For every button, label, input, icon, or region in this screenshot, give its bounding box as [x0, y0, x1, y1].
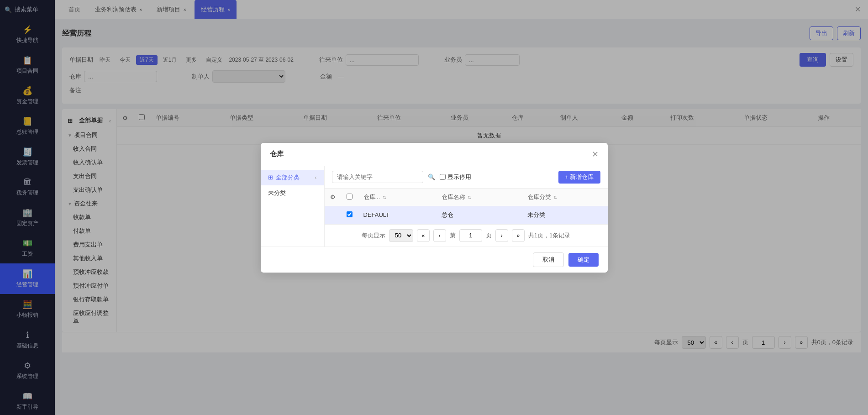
row-code: DEFAULT — [358, 206, 436, 224]
sort-code-icon[interactable]: ⇅ — [383, 195, 386, 200]
modal-header: 仓库 ✕ — [261, 143, 608, 166]
modal-per-page-label: 每页显示 — [362, 231, 385, 240]
modal-table-area: ⚙ 仓库... ⇅ 仓库名称 ⇅ 仓库分类 ⇅ — [325, 189, 608, 224]
sort-name-icon[interactable]: ⇅ — [468, 195, 471, 200]
modal-nav-uncategorized[interactable]: 未分类 — [261, 185, 324, 201]
modal-cancel-button[interactable]: 取消 — [533, 252, 564, 267]
show-disabled-label[interactable]: 显示停用 — [440, 173, 471, 181]
modal-next-page[interactable]: › — [495, 229, 508, 242]
modal-col-category: 仓库分类 ⇅ — [522, 189, 608, 206]
modal-last-page[interactable]: » — [512, 229, 525, 242]
modal-total-info: 共1页，1条记录 — [528, 231, 570, 240]
modal-confirm-button[interactable]: 确定 — [568, 253, 599, 267]
sort-category-icon[interactable]: ⇅ — [553, 195, 557, 200]
modal-left-nav: ⊞ 全部分类 ‹ 未分类 — [261, 166, 325, 247]
modal-prev-page[interactable]: ‹ — [433, 229, 446, 242]
modal-pagination: 每页显示 50 « ‹ 第 页 › » 共1页，1条记录 — [325, 224, 608, 247]
row-gear — [325, 206, 341, 224]
row-name: 总仓 — [436, 206, 522, 224]
modal-page-unit: 页 — [486, 231, 492, 240]
modal-footer: 取消 确定 — [261, 247, 608, 273]
modal-overlay: 仓库 ✕ ⊞ 全部分类 ‹ 未分类 🔍 — [0, 0, 868, 415]
add-warehouse-button[interactable]: + 新增仓库 — [558, 171, 600, 184]
modal-table-row[interactable]: DEFAULT 总仓 未分类 — [325, 206, 608, 224]
show-disabled-text: 显示停用 — [447, 173, 471, 181]
modal-checkbox-col[interactable] — [341, 189, 358, 206]
search-icon-modal[interactable]: 🔍 — [428, 173, 435, 180]
modal-nav-all[interactable]: ⊞ 全部分类 ‹ — [261, 170, 324, 185]
show-disabled-checkbox[interactable] — [440, 174, 446, 180]
modal-title: 仓库 — [270, 150, 284, 158]
row-checkbox-cell[interactable] — [341, 206, 358, 224]
modal-first-page[interactable]: « — [417, 229, 430, 242]
modal-warehouse-table: ⚙ 仓库... ⇅ 仓库名称 ⇅ 仓库分类 ⇅ — [325, 189, 608, 224]
modal-page-input[interactable] — [459, 229, 482, 242]
modal-nav-all-label: 全部分类 — [276, 173, 300, 182]
modal-toolbar: 🔍 显示停用 + 新增仓库 — [325, 166, 608, 189]
modal-body: ⊞ 全部分类 ‹ 未分类 🔍 显示停用 + 新增 — [261, 166, 608, 247]
grid-icon-modal: ⊞ — [268, 174, 273, 181]
modal-search-input[interactable] — [332, 171, 423, 183]
modal-per-page-select[interactable]: 50 — [389, 229, 413, 242]
modal-select-all[interactable] — [347, 194, 352, 200]
modal-gear-col[interactable]: ⚙ — [325, 189, 341, 206]
modal-page-label: 第 — [450, 231, 456, 240]
modal-col-code: 仓库... ⇅ — [358, 189, 436, 206]
modal-col-name: 仓库名称 ⇅ — [436, 189, 522, 206]
row-category: 未分类 — [522, 206, 608, 224]
modal-right: 🔍 显示停用 + 新增仓库 ⚙ — [325, 166, 608, 247]
modal-nav-uncategorized-label: 未分类 — [268, 189, 286, 197]
row-checkbox[interactable] — [347, 211, 352, 217]
warehouse-modal: 仓库 ✕ ⊞ 全部分类 ‹ 未分类 🔍 — [261, 143, 608, 273]
collapse-modal-icon[interactable]: ‹ — [315, 174, 316, 181]
modal-close-button[interactable]: ✕ — [592, 149, 599, 159]
